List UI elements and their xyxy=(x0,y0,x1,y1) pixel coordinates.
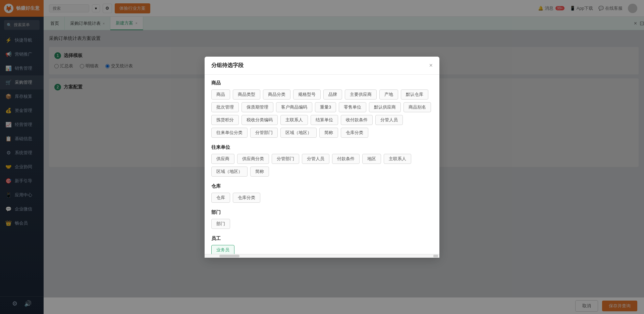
field-tag-spfl[interactable]: 商品分类 xyxy=(263,89,290,100)
field-tag-qy[interactable]: 区域（地区） xyxy=(280,128,317,138)
field-tag-dq[interactable]: 地区 xyxy=(362,154,381,164)
hscrollbar-right-arrow[interactable] xyxy=(433,255,438,257)
modal-hscrollbar[interactable] xyxy=(205,254,439,258)
hscrollbar-thumb[interactable] xyxy=(219,255,239,257)
field-tag-sftjtj[interactable]: 收付款条件 xyxy=(341,115,373,125)
field-group-warehouse: 仓库 仓库 仓库分类 xyxy=(211,183,433,203)
field-tag-jsdw[interactable]: 结算单位 xyxy=(311,115,338,125)
field-tag-jc[interactable]: 简称 xyxy=(319,128,338,138)
field-tag-bzqgl[interactable]: 保质期管理 xyxy=(241,102,273,112)
field-tag-zygys[interactable]: 主要供应商 xyxy=(345,89,377,100)
modal-field-select: 分组待选字段 × 商品 商品 商品类型 商品分类 规格型号 品牌 主要供应商 产… xyxy=(205,57,439,258)
field-tag-spbm[interactable]: 商品别名 xyxy=(404,102,431,112)
field-tag-qydq[interactable]: 区域（地区） xyxy=(211,167,248,177)
field-tag-ck[interactable]: 仓库 xyxy=(211,193,230,203)
field-tag-splx[interactable]: 商品类型 xyxy=(233,89,260,100)
field-tag-zl3[interactable]: 重量3 xyxy=(315,102,336,112)
field-group-department-title: 部门 xyxy=(211,209,433,215)
modal-close-btn[interactable]: × xyxy=(429,62,433,69)
field-tag-ckfl2[interactable]: 仓库分类 xyxy=(233,193,260,203)
field-tag-bm[interactable]: 部门 xyxy=(211,219,230,229)
field-tag-phji[interactable]: 拣货积分 xyxy=(211,115,239,125)
field-tag-gysfl[interactable]: 供应商分类 xyxy=(237,154,269,164)
field-tags-employee: 业务员 xyxy=(211,245,433,254)
field-tags-partner: 供应商 供应商分类 分管部门 分管人员 付款条件 地区 主联系人 区域（地区） … xyxy=(211,154,433,177)
field-tag-jc2[interactable]: 简称 xyxy=(250,167,269,177)
field-group-department: 部门 部门 xyxy=(211,209,433,229)
field-tag-cd[interactable]: 产地 xyxy=(379,89,398,100)
field-tag-fktj[interactable]: 付款条件 xyxy=(332,154,360,164)
field-tag-lsdw[interactable]: 零售单位 xyxy=(339,102,366,112)
field-tag-gys[interactable]: 供应商 xyxy=(211,154,234,164)
field-tag-khspbm[interactable]: 客户商品编码 xyxy=(276,102,312,112)
field-tag-pp[interactable]: 品牌 xyxy=(323,89,342,100)
field-tag-fgry2[interactable]: 分管人员 xyxy=(302,154,329,164)
field-tag-sp[interactable]: 商品 xyxy=(211,89,230,100)
modal-body[interactable]: 商品 商品 商品类型 商品分类 规格型号 品牌 主要供应商 产地 默认仓库 批次… xyxy=(205,75,439,254)
field-tag-ckfl[interactable]: 仓库分类 xyxy=(341,128,368,138)
field-group-product-title: 商品 xyxy=(211,80,433,86)
field-tags-department: 部门 xyxy=(211,219,433,229)
field-group-partner-title: 往来单位 xyxy=(211,144,433,150)
field-tag-zljxr2[interactable]: 主联系人 xyxy=(384,154,411,164)
modal-title: 分组待选字段 xyxy=(211,62,244,69)
modal-header: 分组待选字段 × xyxy=(205,57,439,75)
field-group-employee-title: 员工 xyxy=(211,236,433,242)
field-tag-mrgys[interactable]: 默认供应商 xyxy=(369,102,401,112)
field-group-employee: 员工 业务员 xyxy=(211,236,433,254)
field-tag-ywy[interactable]: 业务员 xyxy=(211,245,234,254)
field-tag-zljxr[interactable]: 主联系人 xyxy=(280,115,308,125)
field-tag-lwdwfl[interactable]: 往来单位分类 xyxy=(211,128,248,138)
field-tags-product: 商品 商品类型 商品分类 规格型号 品牌 主要供应商 产地 默认仓库 批次管理 … xyxy=(211,89,433,138)
field-tag-sssflbm[interactable]: 税收分类编码 xyxy=(241,115,278,125)
field-group-product: 商品 商品 商品类型 商品分类 规格型号 品牌 主要供应商 产地 默认仓库 批次… xyxy=(211,80,433,138)
field-tag-fgbm2[interactable]: 分管部门 xyxy=(272,154,299,164)
field-tags-warehouse: 仓库 仓库分类 xyxy=(211,193,433,203)
field-group-warehouse-title: 仓库 xyxy=(211,183,433,189)
field-tag-fgbm[interactable]: 分管部门 xyxy=(250,128,278,138)
field-tag-fgry[interactable]: 分管人员 xyxy=(375,115,403,125)
field-tag-mrck[interactable]: 默认仓库 xyxy=(401,89,428,100)
field-tag-pcgl[interactable]: 批次管理 xyxy=(211,102,239,112)
field-group-partner: 往来单位 供应商 供应商分类 分管部门 分管人员 付款条件 地区 主联系人 区域… xyxy=(211,144,433,177)
field-tag-gglx[interactable]: 规格型号 xyxy=(293,89,321,100)
